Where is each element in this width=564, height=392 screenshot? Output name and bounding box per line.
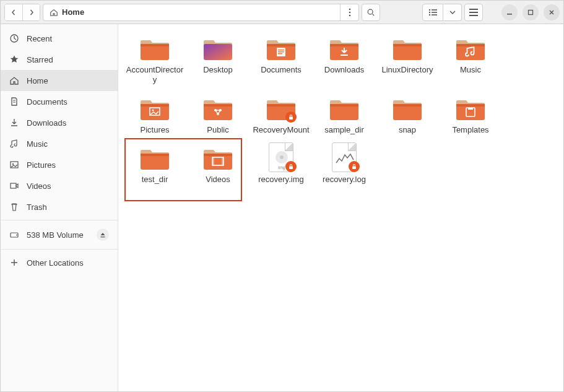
sidebar-item-documents[interactable]: Documents: [1, 91, 118, 112]
sidebar-item-label: Trash: [27, 203, 47, 212]
hamburger-icon: [469, 9, 478, 16]
grid-item[interactable]: Documents: [249, 33, 313, 85]
svg-point-38: [280, 155, 284, 159]
sidebar-item-label: Downloads: [27, 118, 66, 128]
icon-view-button[interactable]: [422, 4, 443, 21]
drive-icon: [9, 230, 19, 240]
svg-rect-7: [432, 12, 437, 13]
item-icon: [391, 93, 424, 123]
svg-point-8: [429, 14, 430, 15]
item-label: LinuxDirectory: [381, 65, 433, 75]
sidebar-item-label: Videos: [27, 181, 51, 191]
back-button[interactable]: [5, 4, 22, 20]
item-label: AccountDirectory: [125, 65, 184, 85]
svg-rect-24: [278, 51, 284, 53]
grid-item[interactable]: RecoveryMount: [249, 93, 313, 135]
grid-item[interactable]: Pictures: [123, 93, 186, 135]
sidebar-item-other-locations[interactable]: Other Locations: [1, 252, 118, 273]
svg-rect-23: [278, 50, 284, 51]
item-icon: [454, 33, 487, 63]
item-label: recovery.img: [258, 175, 303, 185]
kebab-icon: [349, 8, 351, 17]
grid-item[interactable]: Videos: [186, 142, 249, 185]
svg-point-27: [152, 109, 154, 111]
sidebar-item-recent[interactable]: Recent: [1, 28, 118, 49]
svg-rect-14: [529, 10, 533, 14]
sidebar-item-label: 538 MB Volume: [27, 230, 84, 240]
home-icon: [50, 8, 58, 17]
sidebar-item-downloads[interactable]: Downloads: [1, 112, 118, 133]
chevron-down-icon: [449, 10, 456, 15]
view-switcher: [422, 4, 462, 21]
item-icon: [328, 93, 361, 123]
trash-icon: [9, 202, 19, 212]
item-label: Templates: [452, 125, 488, 135]
minimize-icon: [506, 9, 513, 15]
grid-item[interactable]: Music: [439, 33, 502, 85]
grid-item[interactable]: Templates: [439, 93, 502, 135]
sidebar-item-trash[interactable]: Trash: [1, 196, 118, 217]
path-bar[interactable]: Home: [43, 4, 359, 21]
grid-item[interactable]: sample_dir: [313, 93, 376, 135]
forward-button[interactable]: [22, 4, 40, 20]
document-icon: [9, 97, 19, 107]
maximize-button[interactable]: [523, 4, 539, 20]
svg-point-0: [349, 8, 350, 10]
grid-item[interactable]: Downloads: [313, 33, 376, 85]
search-button[interactable]: [362, 4, 380, 21]
svg-rect-36: [222, 157, 223, 165]
svg-point-17: [12, 163, 14, 165]
path-segment-home[interactable]: Home: [43, 4, 90, 20]
svg-point-3: [368, 9, 373, 14]
clock-icon: [9, 33, 19, 43]
grid-item[interactable]: Desktop: [186, 33, 249, 85]
grid-item[interactable]: snap: [376, 93, 439, 135]
chevron-left-icon: [11, 9, 17, 15]
item-label: sample_dir: [324, 125, 364, 135]
grid-item[interactable]: recovery.log: [313, 142, 376, 185]
grid-item[interactable]: img recovery.img: [249, 142, 313, 185]
content-area[interactable]: AccountDirectory Desktop Documents Downl…: [118, 24, 563, 391]
svg-point-20: [16, 235, 17, 236]
svg-rect-13: [507, 14, 512, 15]
sidebar-item-label: Other Locations: [27, 258, 84, 268]
minimize-button[interactable]: [501, 4, 518, 20]
sidebar-item-volume[interactable]: 538 MB Volume: [1, 223, 118, 246]
grid-item[interactable]: Public: [186, 93, 249, 135]
item-label: Documents: [261, 65, 302, 75]
grid-item[interactable]: LinuxDirectory: [376, 33, 439, 85]
item-icon: [454, 93, 487, 123]
item-label: Desktop: [203, 65, 233, 75]
sidebar: Recent Starred Home Documents Downloads …: [1, 24, 118, 391]
item-label: Videos: [206, 175, 230, 185]
item-icon: [328, 142, 361, 172]
svg-point-1: [349, 11, 350, 13]
item-icon: [328, 33, 361, 63]
close-button[interactable]: [544, 4, 560, 20]
sidebar-item-label: Pictures: [27, 160, 56, 170]
item-label: Music: [460, 65, 481, 75]
item-label: Public: [207, 125, 228, 135]
sidebar-item-videos[interactable]: Videos: [1, 175, 118, 196]
view-dropdown-button[interactable]: [443, 4, 462, 21]
item-label: Downloads: [324, 65, 364, 75]
nav-group: [4, 4, 40, 21]
item-icon: [138, 93, 171, 123]
svg-rect-41: [352, 166, 356, 169]
sidebar-item-pictures[interactable]: Pictures: [1, 154, 118, 175]
icon-grid: AccountDirectory Desktop Documents Downl…: [123, 32, 558, 191]
eject-icon: [100, 232, 106, 238]
sidebar-item-home[interactable]: Home: [1, 70, 118, 91]
home-icon: [9, 76, 19, 85]
item-icon: [201, 93, 235, 123]
eject-button[interactable]: [97, 229, 109, 241]
hamburger-menu-button[interactable]: [464, 4, 483, 21]
grid-item[interactable]: test_dir: [123, 142, 186, 185]
plus-icon: [9, 258, 19, 268]
sidebar-item-starred[interactable]: Starred: [1, 49, 118, 70]
grid-item[interactable]: AccountDirectory: [123, 33, 186, 85]
lock-badge-icon: [349, 161, 360, 172]
svg-point-6: [429, 11, 430, 12]
sidebar-item-music[interactable]: Music: [1, 133, 118, 154]
path-menu-button[interactable]: [340, 4, 358, 20]
